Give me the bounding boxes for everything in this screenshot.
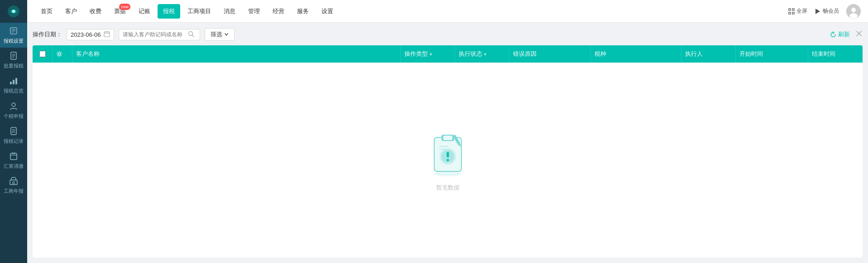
col-label-customer-name: 客户名称 bbox=[76, 50, 100, 58]
date-input[interactable]: 2023-06-06 bbox=[67, 29, 114, 40]
nav-item-shoufei[interactable]: 收费 bbox=[83, 0, 108, 23]
nav-label-baoshui: 报税 bbox=[163, 7, 175, 15]
toolbar: 操作日期： 2023-06-06 bbox=[33, 28, 863, 41]
geshui-shenbao-icon bbox=[9, 102, 18, 112]
nav-item-piaoju[interactable]: 票据 new bbox=[108, 0, 132, 23]
gongshang-nianbao-icon bbox=[9, 176, 18, 187]
th-checkbox[interactable] bbox=[33, 45, 53, 63]
date-label: 操作日期： bbox=[33, 30, 62, 39]
sidebar-item-baoshui-zonglang-label: 报税总览 bbox=[4, 88, 24, 94]
nav-item-xiaoxi[interactable]: 消息 bbox=[217, 0, 242, 23]
sidebar-item-geshui-shenbao-label: 个税申报 bbox=[4, 113, 24, 119]
nav-item-jizhang[interactable]: 记账 bbox=[132, 0, 157, 23]
col-label-exec-status: 执行状态 bbox=[459, 50, 482, 58]
svg-point-17 bbox=[12, 132, 13, 133]
svg-rect-12 bbox=[15, 78, 17, 84]
refresh-icon bbox=[830, 31, 836, 38]
nav-item-shezhi[interactable]: 设置 bbox=[315, 0, 340, 23]
svg-rect-11 bbox=[13, 80, 14, 84]
th-tax-type: 税种 bbox=[591, 45, 681, 63]
select-all-checkbox[interactable] bbox=[39, 51, 46, 57]
toolbar-right: 刷新 bbox=[830, 30, 863, 39]
svg-point-32 bbox=[849, 13, 858, 19]
close-button[interactable] bbox=[855, 30, 863, 39]
svg-rect-24 bbox=[13, 182, 14, 184]
fullscreen-icon bbox=[788, 8, 795, 15]
filter-label: 筛选 bbox=[211, 30, 222, 39]
sidebar-item-baoshui-jilu-label: 报税记录 bbox=[4, 138, 24, 144]
nav-label-shezhi: 设置 bbox=[321, 7, 333, 15]
sidebar-item-baoshui-jilu[interactable]: 报税记录 bbox=[0, 123, 27, 148]
settings-icon bbox=[56, 51, 62, 57]
date-value: 2023-06-06 bbox=[71, 31, 101, 38]
sidebar-item-huisuan-jiaona-label: 汇算清缴 bbox=[4, 163, 24, 169]
nav-item-gongshang[interactable]: 工商项目 bbox=[181, 0, 217, 23]
main-container: 首页 客户 收费 票据 new 记账 报税 工商项目 消息 bbox=[27, 0, 868, 263]
nav-item-guanli[interactable]: 管理 bbox=[242, 0, 266, 23]
th-operation-type[interactable]: 操作类型 ▾ bbox=[401, 45, 455, 63]
svg-rect-19 bbox=[10, 153, 17, 160]
table-container: 客户名称 操作类型 ▾ 执行状态 ▾ 错误原因 税种 bbox=[33, 45, 863, 258]
sidebar-item-baoshui-shezhi[interactable]: 报税设置 bbox=[0, 23, 27, 48]
nav-label-gongshang: 工商项目 bbox=[187, 7, 211, 15]
nav-label-guanli: 管理 bbox=[248, 7, 260, 15]
svg-rect-26 bbox=[792, 9, 794, 10]
col-label-tax-type: 税种 bbox=[595, 50, 606, 58]
huisuan-jiaona-icon bbox=[9, 151, 18, 162]
col-label-error-reason: 错误原因 bbox=[513, 50, 537, 58]
col-label-end-time: 结束时间 bbox=[812, 50, 835, 58]
fullscreen-btn[interactable]: 全屏 bbox=[788, 7, 807, 15]
th-settings[interactable] bbox=[53, 45, 72, 63]
nav-label-shoufei: 收费 bbox=[90, 7, 101, 15]
th-executor: 执行人 bbox=[681, 45, 736, 63]
svg-point-13 bbox=[12, 103, 15, 107]
svg-point-1 bbox=[12, 10, 15, 13]
empty-state: 暂无数据 bbox=[33, 63, 863, 258]
filter-chevron-icon bbox=[224, 31, 229, 38]
calendar-icon bbox=[104, 31, 110, 39]
svg-rect-45 bbox=[443, 136, 452, 140]
sidebar-item-gongshang-nianbao[interactable]: 工商年报 bbox=[0, 173, 27, 198]
svg-rect-48 bbox=[446, 152, 449, 157]
nav-item-shouye[interactable]: 首页 bbox=[34, 0, 59, 23]
refresh-label: 刷新 bbox=[838, 30, 850, 39]
sidebar-item-geshui-shenbao[interactable]: 个税申报 bbox=[0, 98, 27, 123]
svg-line-38 bbox=[192, 35, 194, 37]
nav-item-baoshui[interactable]: 报税 bbox=[158, 4, 180, 19]
col-label-executor: 执行人 bbox=[685, 50, 703, 58]
svg-rect-10 bbox=[10, 82, 12, 84]
search-input[interactable] bbox=[123, 31, 186, 38]
nav-badge-new: new bbox=[119, 4, 130, 10]
search-icon[interactable] bbox=[188, 31, 194, 39]
nav-item-fuwu[interactable]: 服务 bbox=[291, 0, 315, 23]
nav-item-kehu[interactable]: 客户 bbox=[59, 0, 83, 23]
th-end-time: 结束时间 bbox=[808, 45, 863, 63]
nav-label-fuwu: 服务 bbox=[297, 7, 309, 15]
search-wrap bbox=[119, 29, 200, 40]
sidebar-item-piliang-baoshui[interactable]: 批量报税 bbox=[0, 48, 27, 73]
baoshui-jilu-icon bbox=[9, 127, 18, 137]
nav-label-kehu: 客户 bbox=[65, 7, 77, 15]
nav-item-jingying[interactable]: 经营 bbox=[266, 0, 291, 23]
svg-rect-33 bbox=[104, 32, 110, 37]
app-logo[interactable] bbox=[0, 0, 27, 23]
sidebar-item-baoshui-zonglang[interactable]: 报税总览 bbox=[0, 73, 27, 97]
sidebar-item-huisuan-jiaona[interactable]: 汇算清缴 bbox=[0, 148, 27, 173]
member-btn[interactable]: 畅会员 bbox=[815, 7, 839, 15]
col-label-start-time: 开始时间 bbox=[739, 50, 763, 58]
empty-illustration bbox=[425, 128, 470, 178]
user-avatar[interactable] bbox=[846, 4, 861, 19]
refresh-button[interactable]: 刷新 bbox=[830, 30, 850, 39]
baoshui-zonglang-icon bbox=[9, 76, 18, 87]
nav-items: 首页 客户 收费 票据 new 记账 报税 工商项目 消息 bbox=[34, 0, 788, 23]
filter-button[interactable]: 筛选 bbox=[205, 28, 235, 41]
sidebar-item-baoshui-shezhi-label: 报税设置 bbox=[4, 38, 24, 44]
empty-svg bbox=[425, 128, 470, 178]
nav-label-xiaoxi: 消息 bbox=[224, 7, 235, 15]
svg-rect-28 bbox=[792, 12, 794, 14]
nav-label-jizhang: 记账 bbox=[139, 7, 150, 15]
th-customer-name: 客户名称 bbox=[72, 45, 401, 63]
table-header: 客户名称 操作类型 ▾ 执行状态 ▾ 错误原因 税种 bbox=[33, 45, 863, 63]
svg-rect-25 bbox=[789, 9, 791, 10]
th-exec-status[interactable]: 执行状态 ▾ bbox=[455, 45, 509, 63]
